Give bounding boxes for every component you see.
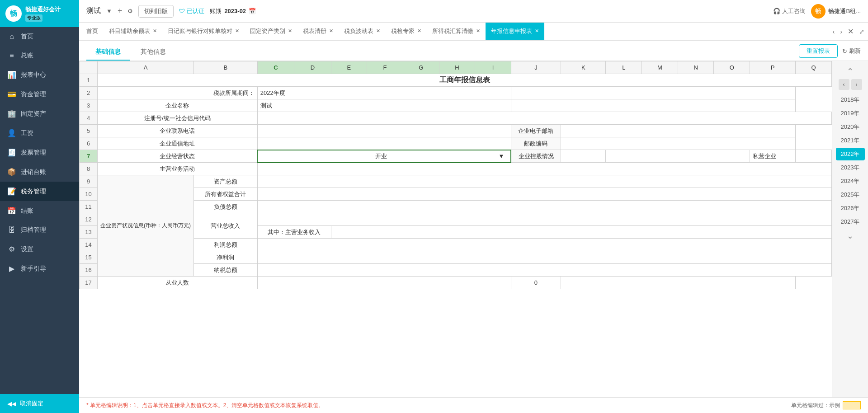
topbar-settings-icon[interactable]: ⚙ (127, 8, 133, 14)
cell-10-value[interactable] (257, 188, 831, 201)
spreadsheet-container[interactable]: A B C D E F G H I J (79, 61, 832, 397)
cell-5-k-value[interactable] (561, 125, 796, 137)
year-scroll-down-button[interactable]: ⌄ (845, 229, 855, 243)
topbar-add-button[interactable]: + (118, 6, 123, 16)
sidebar-item-ledger[interactable]: ≡ 总账 (0, 46, 79, 65)
col-header-l[interactable]: L (606, 61, 642, 74)
col-header-i[interactable]: I (475, 61, 511, 74)
sidebar-pin-toggle[interactable]: ◀◀ 取消固定 (0, 394, 79, 413)
tab-aux-balance[interactable]: 科目辅助余额表 ✕ (104, 23, 162, 41)
col-header-n[interactable]: N (678, 61, 714, 74)
sidebar-item-close[interactable]: 📅 结账 (0, 201, 79, 221)
cell-2-a[interactable]: 税款所属期间： (98, 87, 258, 99)
year-item-2019[interactable]: 2019年 (836, 107, 865, 120)
tab-annual-report[interactable]: 年报信息申报表 ✕ (486, 23, 544, 41)
year-item-2020[interactable]: 2020年 (836, 121, 865, 133)
year-item-2026[interactable]: 2026年 (836, 202, 865, 215)
cell-4-value[interactable] (257, 112, 831, 125)
tab-tax-wave[interactable]: 税负波动表 ✕ (339, 23, 386, 41)
year-scroll-up-button[interactable]: ⌃ (845, 65, 855, 78)
year-nav-right-button[interactable]: › (851, 79, 862, 90)
sidebar-item-archive[interactable]: 🗄 归档管理 (0, 221, 79, 239)
cell-2-b[interactable]: 2022年度 (257, 87, 511, 99)
col-header-p[interactable]: P (750, 61, 796, 74)
year-nav-left-button[interactable]: ‹ (839, 79, 849, 90)
tab-prev-button[interactable]: ‹ (831, 25, 837, 38)
col-header-h[interactable]: H (439, 61, 475, 74)
tab-close-all-button[interactable]: ✕ (846, 25, 855, 38)
cell-13-value[interactable] (331, 226, 831, 239)
col-header-d[interactable]: D (294, 61, 331, 74)
tab-close-annual-report[interactable]: ✕ (535, 28, 539, 34)
tab-close-tax-wave[interactable]: ✕ (376, 28, 380, 34)
cell-17-j[interactable]: 0 (511, 277, 561, 289)
cell-7-k-value[interactable] (561, 150, 606, 163)
col-header-j[interactable]: J (511, 61, 561, 74)
col-header-k[interactable]: K (561, 61, 606, 74)
tab-journal[interactable]: 日记账与银行对账单核对 ✕ (162, 23, 245, 41)
topbar-old-version-button[interactable]: 切到旧版 (138, 5, 174, 18)
topbar-dropdown-icon[interactable]: ▼ (106, 8, 112, 14)
cell-6-value[interactable] (257, 137, 511, 150)
year-item-2018[interactable]: 2018年 (836, 94, 865, 106)
sub-tab-other[interactable]: 其他信息 (132, 44, 175, 61)
sidebar-item-guide[interactable]: ▶ 新手引导 (0, 259, 79, 278)
cell-16-value[interactable] (257, 264, 831, 277)
sidebar-item-payroll[interactable]: 👤 工资 (0, 123, 79, 143)
sidebar-item-stock[interactable]: 📦 进销台账 (0, 162, 79, 182)
sidebar-item-invoices[interactable]: 🧾 发票管理 (0, 143, 79, 162)
tab-close-tax-clear[interactable]: ✕ (329, 28, 333, 34)
tab-close-journal[interactable]: ✕ (235, 28, 239, 34)
col-header-o[interactable]: O (714, 61, 750, 74)
col-header-m[interactable]: M (642, 61, 678, 74)
tab-income-tax[interactable]: 所得税汇算清缴 ✕ (427, 23, 486, 41)
year-item-2027[interactable]: 2027年 (836, 216, 865, 228)
sub-tab-basic[interactable]: 基础信息 (86, 44, 130, 61)
cell-11-value[interactable] (257, 201, 831, 213)
cell-8-value[interactable] (257, 163, 831, 175)
tab-next-button[interactable]: › (838, 25, 844, 38)
col-header-q[interactable]: Q (796, 61, 832, 74)
year-item-2021[interactable]: 2021年 (836, 134, 865, 147)
tab-close-tax-check[interactable]: ✕ (417, 28, 421, 34)
tab-fixed-asset[interactable]: 固定资产类别 ✕ (245, 23, 297, 41)
sidebar-item-settings[interactable]: ⚙ 设置 (0, 239, 79, 259)
cell-6-k-value[interactable] (561, 137, 796, 150)
col-header-e[interactable]: E (331, 61, 367, 74)
col-header-c[interactable]: C (257, 61, 294, 74)
cell-7-p-value[interactable]: 私营企业 (750, 150, 796, 163)
cell-12-value[interactable] (257, 213, 831, 226)
year-item-2023[interactable]: 2023年 (836, 161, 865, 174)
col-header-b[interactable]: B (194, 61, 258, 74)
topbar-support-button[interactable]: 🎧 人工咨询 (773, 7, 806, 15)
tab-close-aux-balance[interactable]: ✕ (153, 28, 157, 34)
col-header-g[interactable]: G (403, 61, 439, 74)
tab-home[interactable]: 首页 (81, 23, 104, 41)
tab-tax-clear[interactable]: 税表清册 ✕ (297, 23, 339, 41)
sidebar-item-assets[interactable]: 🏢 固定资产 (0, 104, 79, 123)
topbar-user[interactable]: 畅 畅捷通B组... (811, 4, 861, 19)
sidebar-item-reports[interactable]: 📊 报表中心 (0, 65, 79, 84)
calendar-icon[interactable]: 📅 (249, 8, 256, 14)
tab-expand-button[interactable]: ⤢ (857, 25, 866, 38)
year-item-2025[interactable]: 2025年 (836, 188, 865, 201)
cell-17-value[interactable] (257, 277, 511, 289)
cell-9-value[interactable] (257, 175, 831, 188)
sidebar-item-home[interactable]: ⌂ 首页 (0, 27, 79, 46)
year-item-2022[interactable]: 2022年 (836, 148, 865, 160)
cell-7-value[interactable]: 开业 ▼ (257, 150, 511, 163)
cell-14-value[interactable] (257, 239, 831, 251)
cell-15-value[interactable] (257, 251, 831, 264)
reset-report-button[interactable]: 重置报表 (799, 44, 838, 58)
tab-close-income-tax[interactable]: ✕ (476, 28, 480, 34)
tab-close-fixed-asset[interactable]: ✕ (288, 28, 292, 34)
col-header-f[interactable]: F (367, 61, 403, 74)
col-header-a[interactable]: A (98, 61, 194, 74)
sidebar-item-funds[interactable]: 💳 资金管理 (0, 84, 79, 104)
cell-3-value[interactable]: 测试 (257, 99, 511, 112)
year-item-2024[interactable]: 2024年 (836, 175, 865, 188)
sheet-title[interactable]: 工商年报信息表 (98, 74, 832, 87)
refresh-button[interactable]: ↻ 刷新 (842, 47, 861, 55)
tab-tax-check[interactable]: 税检专家 ✕ (386, 23, 427, 41)
cell-5-value[interactable] (257, 125, 511, 137)
